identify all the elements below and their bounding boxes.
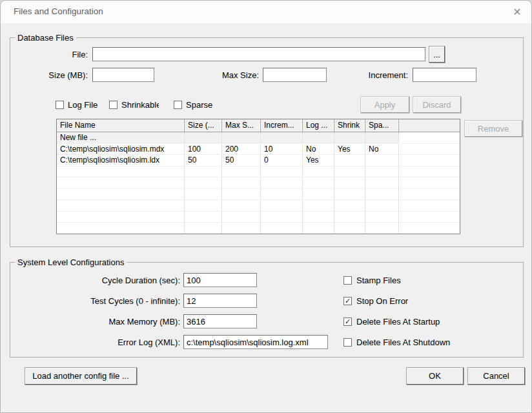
table-cell (334, 200, 365, 211)
table-row-empty (57, 223, 460, 234)
system-config-group-label: System Level Configurations (15, 257, 127, 267)
table-cell (185, 166, 222, 177)
table-cell (222, 189, 261, 200)
discard-button[interactable]: Discard (413, 96, 461, 113)
table-cell (185, 177, 222, 188)
delete-files-startup-checkbox-label: Delete Files At Startup (356, 317, 440, 327)
column-header-sparse[interactable]: Spa... (365, 119, 399, 132)
column-header-max-size[interactable]: Max S... (222, 119, 261, 132)
file-label: File: (39, 50, 88, 59)
ok-button[interactable]: OK (406, 367, 464, 385)
table-cell (261, 212, 303, 223)
table-cell (261, 189, 303, 200)
max-size-input[interactable] (263, 68, 327, 82)
table-cell (261, 166, 303, 177)
table-row-ldx-file[interactable]: C:\temp\sqliosim\sqliosim.ldx 50 50 0 Ye… (57, 155, 460, 166)
max-size-label: Max Size: (214, 70, 259, 80)
column-header-size[interactable]: Size (... (185, 119, 222, 132)
table-cell: No (365, 144, 399, 155)
test-cycles-label: Test Cycles (0 - infinite): (51, 296, 180, 306)
size-input[interactable] (92, 68, 154, 82)
table-cell (365, 189, 399, 200)
table-row-empty (57, 212, 460, 223)
stamp-files-checkbox[interactable] (343, 276, 352, 285)
apply-button[interactable]: Apply (360, 96, 409, 113)
table-cell: 50 (185, 155, 222, 166)
cycle-duration-label: Cycle Duration (sec): (51, 276, 180, 285)
table-cell (303, 200, 334, 211)
stamp-files-checkbox-label: Stamp Files (356, 276, 401, 285)
column-header-file-name[interactable]: File Name (57, 119, 185, 132)
log-file-checkbox[interactable] (56, 101, 64, 109)
cancel-button-label: Cancel (483, 371, 509, 381)
table-cell (399, 166, 460, 177)
title-bar: Files and Configuration ✕ (1, 1, 531, 23)
table-cell (365, 200, 399, 211)
table-cell (57, 189, 185, 200)
increment-input[interactable] (413, 68, 476, 82)
sparse-checkbox[interactable] (174, 101, 182, 109)
shrinkable-checkbox-label: Shrinkable (121, 100, 159, 110)
table-row-mdx-file[interactable]: C:\temp\sqliosim\sqliosim.mdx 100 200 10… (57, 144, 460, 156)
load-config-button[interactable]: Load another config file ... (25, 367, 137, 385)
delete-files-startup-checkbox[interactable]: ✓ (343, 317, 352, 326)
table-cell: 10 (261, 144, 303, 155)
column-header-increment[interactable]: Increm... (261, 119, 303, 132)
table-cell (303, 132, 334, 143)
table-cell (57, 166, 185, 177)
stop-on-error-checkbox[interactable]: ✓ (343, 297, 352, 305)
cycle-duration-input[interactable] (183, 273, 257, 287)
table-cell (222, 223, 261, 234)
table-cell: C:\temp\sqliosim\sqliosim.mdx (57, 144, 185, 155)
table-cell (399, 212, 460, 223)
table-row-empty (57, 166, 460, 178)
table-cell (57, 200, 185, 211)
table-cell (334, 212, 365, 223)
files-table[interactable]: File Name Size (... Max S... Increm... L… (56, 119, 460, 234)
table-cell (399, 144, 460, 155)
table-cell (365, 155, 399, 166)
max-memory-input[interactable] (183, 314, 257, 328)
sparse-checkbox-label: Sparse (186, 100, 212, 110)
table-cell (365, 132, 399, 143)
table-cell (185, 212, 222, 223)
table-cell (399, 200, 460, 211)
table-cell: 0 (261, 155, 303, 166)
test-cycles-input[interactable] (183, 294, 257, 308)
table-cell (399, 155, 460, 166)
browse-button-label: ... (433, 50, 440, 59)
increment-label: Increment: (361, 70, 408, 80)
table-cell (222, 177, 261, 188)
cancel-button[interactable]: Cancel (467, 367, 525, 385)
close-button[interactable]: ✕ (508, 3, 526, 20)
table-cell (399, 223, 460, 234)
table-row-empty (57, 189, 460, 201)
size-label: Size (MB): (26, 70, 88, 80)
table-cell: New file ... (57, 132, 185, 143)
column-header-shrink[interactable]: Shrink (334, 119, 365, 132)
error-log-input[interactable] (183, 335, 328, 349)
table-cell (261, 200, 303, 211)
table-cell (185, 189, 222, 200)
column-header-empty (399, 119, 460, 132)
table-cell: C:\temp\sqliosim\sqliosim.ldx (57, 155, 185, 166)
table-row-new-file[interactable]: New file ... (57, 132, 460, 144)
table-cell (222, 200, 261, 211)
discard-button-label: Discard (422, 100, 451, 110)
file-input[interactable] (92, 47, 425, 61)
table-cell: 200 (222, 144, 261, 155)
shrinkable-checkbox[interactable] (109, 101, 118, 109)
table-cell (303, 212, 334, 223)
table-cell (303, 223, 334, 234)
table-cell: 100 (185, 144, 222, 155)
browse-button[interactable]: ... (429, 46, 445, 63)
table-cell (334, 223, 365, 234)
table-cell (185, 223, 222, 234)
delete-files-shutdown-checkbox[interactable] (343, 338, 352, 347)
table-cell (222, 212, 261, 223)
table-cell (365, 177, 399, 188)
ok-button-label: OK (429, 371, 441, 381)
table-cell (222, 132, 261, 143)
column-header-log[interactable]: Log ... (303, 119, 334, 132)
remove-button[interactable]: Remove (464, 120, 522, 137)
